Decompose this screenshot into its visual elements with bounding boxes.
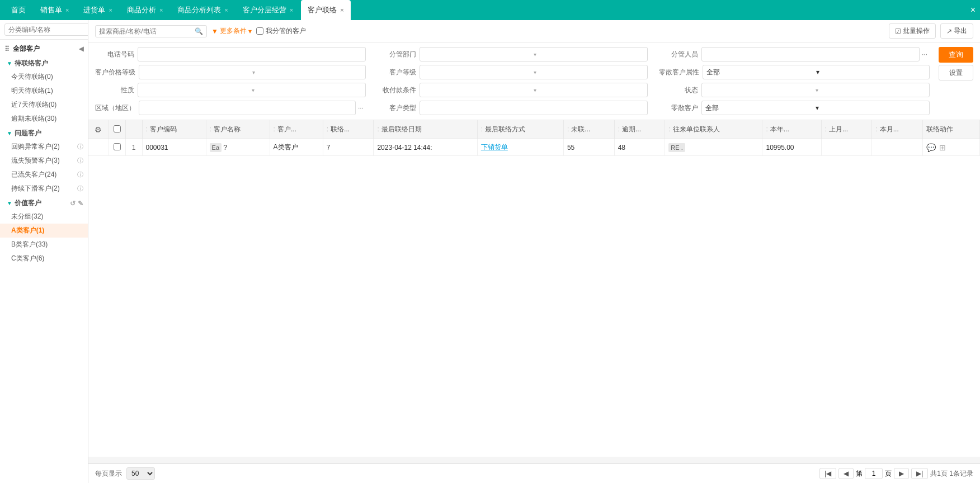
- region-label: 区域（地区）: [95, 103, 135, 113]
- sidebar-item-today[interactable]: 今天待联络(0): [0, 70, 88, 84]
- person-input[interactable]: [701, 47, 920, 61]
- query-btn[interactable]: 查询: [939, 47, 973, 63]
- sidebar-item-declining[interactable]: 持续下滑客户(2) ⓘ: [0, 182, 88, 196]
- all-customers-header[interactable]: ⠿ 全部客户 ◀: [0, 40, 88, 56]
- filter-search-icon[interactable]: 🔍: [195, 27, 203, 35]
- filter-cust-grade-cell: 客户等级 ▾: [377, 65, 648, 79]
- sidebar-item-lost-warning[interactable]: 流失预警客户(3) ⓘ: [0, 154, 88, 168]
- close-tab-goods-list-icon[interactable]: ×: [224, 7, 228, 13]
- close-all-icon[interactable]: ×: [970, 5, 976, 15]
- batch-op-btn[interactable]: ☑ 批量操作: [889, 23, 936, 39]
- select-all-checkbox[interactable]: [114, 125, 121, 132]
- sidebar-search-input[interactable]: [4, 23, 88, 36]
- next-page-btn[interactable]: ▶: [894, 468, 909, 479]
- sidebar-item-b-class[interactable]: B类客户(33): [0, 238, 88, 252]
- row-contact-0: 7: [323, 139, 374, 156]
- last-page-btn[interactable]: ▶|: [911, 468, 928, 479]
- cust-grade-label: 客户等级: [377, 68, 416, 77]
- sidebar-item-a-class[interactable]: A类客户(1): [0, 224, 88, 238]
- col-last-date-header: :最后联络日期: [374, 120, 477, 139]
- refresh-icon[interactable]: ↺: [70, 200, 76, 207]
- value-section-header[interactable]: ▼ 价值客户 ↺ ✎: [0, 196, 88, 210]
- cust-type-select[interactable]: [420, 101, 648, 115]
- filter-icon: ▼: [211, 27, 218, 35]
- horizontal-scrollbar[interactable]: [88, 457, 980, 463]
- sidebar-item-7days[interactable]: 近7天待联络(0): [0, 98, 88, 112]
- row-action-0: 💬 ⊞: [923, 139, 980, 156]
- nav-tab-home[interactable]: 首页: [4, 0, 32, 20]
- sidebar-item-lost[interactable]: 已流失客户(24) ⓘ: [0, 168, 88, 182]
- my-customers-checkbox-container[interactable]: 我分管的客户: [256, 26, 306, 36]
- cust-grade-arrow-icon: ▾: [534, 69, 644, 75]
- nav-tab-goods-analysis[interactable]: 商品分析×: [120, 0, 169, 20]
- retail-value: 全部: [705, 103, 816, 113]
- table-header-row: ⚙ :客户编码 :客户名称 :客户... :联络... :最后联络日期 :最后联…: [88, 120, 980, 139]
- page-size-select[interactable]: 50 10 20 100: [126, 467, 155, 480]
- filter-retail-attr-cell: 零散客户属性 全部 ▾: [659, 65, 930, 79]
- page-size-label: 每页显示: [95, 469, 122, 479]
- col-type-header: :客户...: [270, 120, 323, 139]
- phone-input[interactable]: [138, 47, 366, 61]
- close-tab-sales-icon[interactable]: ×: [65, 7, 69, 13]
- collapse-icon[interactable]: ◀: [79, 45, 83, 53]
- row-actions-container-0: 💬 ⊞: [926, 143, 976, 152]
- filter-search-input[interactable]: [99, 27, 195, 35]
- close-tab-purchase-icon[interactable]: ×: [109, 7, 112, 13]
- prev-page-btn[interactable]: ◀: [838, 468, 854, 479]
- price-grade-select[interactable]: ▾: [139, 65, 366, 79]
- my-customers-checkbox[interactable]: [256, 27, 263, 35]
- col-gear-icon[interactable]: ⚙: [95, 125, 102, 134]
- col-overdue-header: :逾期...: [614, 120, 665, 139]
- region-input[interactable]: [139, 101, 356, 115]
- settings-btn[interactable]: 设置: [939, 65, 973, 80]
- nav-tab-customer-contact[interactable]: 客户联络×: [301, 0, 350, 20]
- retail-label: 零散客户: [659, 103, 698, 113]
- status-select[interactable]: ▾: [701, 83, 930, 97]
- col-index-header: [125, 120, 142, 139]
- dept-select[interactable]: ▾: [420, 47, 648, 61]
- pending-section-header[interactable]: ▼ 待联络客户: [0, 56, 88, 70]
- col-code-header: :客户编码: [142, 120, 206, 139]
- close-tab-customer-tier-icon[interactable]: ×: [290, 7, 293, 13]
- edit-value-icon[interactable]: ✎: [78, 200, 83, 207]
- my-customers-label: 我分管的客户: [266, 26, 306, 36]
- row-this-year-0: 10995.00: [762, 139, 821, 156]
- col-settings: ⚙: [88, 120, 109, 139]
- region-ellipsis-btn[interactable]: ···: [356, 104, 366, 112]
- sidebar-item-ungrouped[interactable]: 未分组(32): [0, 210, 88, 224]
- retail-attr-select[interactable]: 全部 ▾: [703, 65, 930, 79]
- first-page-btn[interactable]: |◀: [819, 468, 836, 479]
- row-checkbox-0[interactable]: [114, 143, 121, 150]
- retail-select[interactable]: 全部 ▾: [701, 101, 930, 115]
- pagination: |◀ ◀ 第 页 ▶ ▶| 共1页 1条记录: [819, 468, 973, 479]
- close-tab-goods-analysis-icon[interactable]: ×: [159, 7, 163, 13]
- sidebar-search-container: 🔍: [0, 20, 88, 40]
- row-last-method-link-0[interactable]: 下销货单: [481, 143, 508, 151]
- row-name-0: Ea ?: [206, 139, 270, 156]
- sidebar-item-tomorrow[interactable]: 明天待联络(1): [0, 84, 88, 98]
- sidebar-item-repurchase-abnormal[interactable]: 回购异常客户(2) ⓘ: [0, 140, 88, 154]
- payment-select[interactable]: ▾: [420, 83, 648, 97]
- row-chat-icon-0[interactable]: 💬: [926, 143, 936, 152]
- sidebar-item-c-class[interactable]: C类客户(6): [0, 252, 88, 266]
- page-input[interactable]: [865, 468, 883, 479]
- col-last-month-header: :上月...: [821, 120, 872, 139]
- sidebar-item-overdue[interactable]: 逾期未联络(30): [0, 112, 88, 126]
- nav-tab-purchase[interactable]: 进货单×: [77, 0, 119, 20]
- nature-select[interactable]: ▾: [138, 83, 366, 97]
- phone-label: 电话号码: [95, 50, 134, 59]
- value-arrow-icon: ▼: [7, 200, 12, 206]
- row-name-extra-0: ?: [223, 144, 227, 151]
- problem-section-header[interactable]: ▼ 问题客户: [0, 126, 88, 140]
- col-this-year-header: :本年...: [762, 120, 821, 139]
- cust-grade-select[interactable]: ▾: [420, 65, 648, 79]
- export-btn[interactable]: ↗ 导出: [940, 23, 973, 39]
- nav-tab-customer-tier[interactable]: 客户分层经营×: [236, 0, 300, 20]
- nav-tab-goods-list[interactable]: 商品分析列表×: [171, 0, 234, 20]
- close-tab-customer-contact-icon[interactable]: ×: [340, 7, 343, 13]
- more-filters-btn[interactable]: ▼ 更多条件 ▾: [211, 26, 252, 36]
- filter-phone-cell: 电话号码: [95, 47, 366, 61]
- nav-tab-sales[interactable]: 销售单×: [34, 0, 76, 20]
- person-ellipsis-btn[interactable]: ···: [920, 50, 930, 58]
- row-link-icon-0[interactable]: ⊞: [939, 143, 946, 152]
